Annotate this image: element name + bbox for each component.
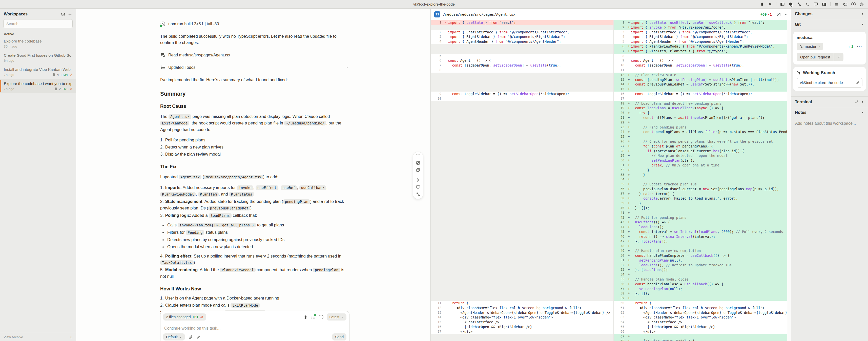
diff-row: 12 <div className="flex flex-col h-scree… <box>431 306 787 310</box>
inline-code: PlanStatus <box>229 192 254 196</box>
gear-icon[interactable] <box>859 2 864 7</box>
diff-context-line: 5import { AgentHeader } from "@/componen… <box>614 39 787 44</box>
inline-code: loadPlans <box>209 213 231 218</box>
diff-context-line: 3import { RightSidebar } from "@/compone… <box>431 34 614 39</box>
pen-icon[interactable] <box>196 335 200 339</box>
diff-row: 40+ }, []); <box>431 206 787 211</box>
diff-context-line: 17 </div> <box>431 329 614 334</box>
help-icon[interactable]: ? <box>851 2 856 6</box>
inline-code: invoke<PlanItem[]>('get_all_plans') <box>178 223 256 227</box>
file-icon <box>54 87 58 91</box>
spark-icon[interactable] <box>303 315 308 319</box>
diff-row: 19+ const loadPlans = useCallback(async … <box>431 106 787 111</box>
diff-removed-line: 1-import { useState } from "react"; <box>431 20 614 25</box>
send-button[interactable]: Send <box>332 333 346 340</box>
diff-added-line: 12+ // Plan review state <box>614 72 787 78</box>
diff-added-line: 13+ const [pendingPlan, setPendingPlan] … <box>614 78 787 82</box>
workspace-title: Explore the codebase <box>4 39 72 43</box>
panel-left-icon[interactable] <box>780 2 785 7</box>
contrast-icon[interactable] <box>788 2 793 7</box>
diff-row: 21+ const allPlans = await invoke<PlanIt… <box>431 115 787 120</box>
copy-icon[interactable] <box>416 168 420 172</box>
stack-icon[interactable] <box>61 12 65 17</box>
play-icon[interactable] <box>416 178 421 182</box>
inline-code: Agent.tsx <box>179 175 202 179</box>
section-git[interactable]: Git <box>791 19 868 30</box>
inline-code: pendingPlan <box>283 199 310 204</box>
diff-gap <box>431 101 614 106</box>
workspace-item[interactable]: Explore the codebase35m ago <box>0 36 76 51</box>
workspace-item[interactable]: Explore the codebase I want you to exp7h… <box>0 79 76 93</box>
tool-call-row[interactable]: Read medusa/src/pages/Agent.tsx <box>160 52 349 58</box>
view-archive-link[interactable]: View Archive <box>4 335 23 339</box>
workspace-item[interactable]: Create Good First Issues on Github So p6… <box>0 51 76 65</box>
megaphone-icon[interactable] <box>843 2 847 7</box>
chevron-down-icon[interactable] <box>346 65 349 69</box>
pause-icon[interactable] <box>760 2 764 6</box>
terminal-icon[interactable] <box>805 2 810 7</box>
diff-view-icon[interactable] <box>416 161 420 165</box>
active-indicator <box>0 80 1 92</box>
list-item: 3.Polling logic: Added a loadPlans callb… <box>160 212 349 219</box>
diff-added-line: 57+ setPendingPlan(null); <box>614 287 787 291</box>
heading: Root Cause <box>160 103 349 109</box>
diff-context-line: 6const Agent = () => { <box>431 58 614 63</box>
open-pull-request-button[interactable]: Open pull request <box>797 53 834 61</box>
git-branch-icon[interactable] <box>797 2 801 7</box>
chat-messages: npm run build 2>&1 | tail -80The build c… <box>160 9 349 341</box>
version-dropdown[interactable]: Latest <box>327 313 347 320</box>
section-notes[interactable]: Notes <box>791 107 868 118</box>
git-branch-icon[interactable] <box>416 192 420 196</box>
search-input[interactable] <box>3 19 73 28</box>
split-view-icon[interactable] <box>776 12 781 17</box>
chevron-down-icon[interactable] <box>784 13 787 16</box>
diff-row: 14+ const previousPlanIdsRef = useRef<Se… <box>431 82 787 87</box>
diff-scrollbar[interactable] <box>787 20 791 341</box>
drag-handle[interactable] <box>416 154 420 155</box>
message-input[interactable] <box>164 326 342 331</box>
notes-placeholder[interactable]: Add notes about this workspace... <box>791 118 868 129</box>
panel-right-icon[interactable] <box>822 2 827 7</box>
workspace-item[interactable]: Install and integrate Vibe Kanban Web (7… <box>0 65 76 79</box>
diff-added-line: 2+import { invoke } from "@tauri-apps/ap… <box>614 25 787 30</box>
list-item: 5.Modal rendering: Added the PlanReviewM… <box>160 267 349 280</box>
monitor-icon[interactable] <box>416 185 420 189</box>
diff-added-line: 15+ <box>614 87 787 92</box>
diff-gap <box>431 206 614 211</box>
archive-count: 0 <box>70 335 72 339</box>
diff-row: 37+ } catch (error) { <box>431 191 787 196</box>
menu-icon[interactable] <box>834 2 839 7</box>
branch-dropdown[interactable]: master <box>797 43 823 50</box>
diff-added-line: 59+ <box>614 296 787 301</box>
message-paragraph: The Agent.tsx page was missing all plan … <box>160 113 349 133</box>
diff-gap <box>431 149 614 154</box>
monitor-icon[interactable] <box>814 2 818 7</box>
tool-call-row[interactable]: Updated Todos <box>160 64 349 70</box>
diff-gap <box>431 282 614 287</box>
pr-options-caret[interactable] <box>834 53 843 61</box>
expand-icon[interactable] <box>855 100 859 104</box>
diff-gap <box>431 287 614 291</box>
diff-row: 13 <AgentHeader sidebarOpen={sidebarOpen… <box>431 310 787 315</box>
tool-call-row[interactable]: npm run build 2>&1 | tail -80 <box>160 21 349 27</box>
collapse-up-icon[interactable] <box>768 2 772 7</box>
edit-pencil-icon[interactable] <box>856 81 860 85</box>
inline-code: invoke <box>237 185 253 190</box>
paperclip-icon[interactable] <box>188 335 193 339</box>
diff-file-path: /medusa/medusa/src/pages/Agent.tsx <box>443 12 758 17</box>
more-menu[interactable]: ··· <box>857 44 862 49</box>
model-dropdown[interactable]: Default <box>163 333 185 340</box>
git-branch-icon <box>799 44 803 48</box>
diff-row: 24+ const pendingPlans = allPlans.filter… <box>431 129 787 134</box>
section-terminal[interactable]: Terminal <box>791 97 868 107</box>
diff-gap <box>431 82 614 87</box>
plus-icon[interactable] <box>68 12 72 17</box>
files-changed-chip[interactable]: 2 files changed +61 -3 <box>163 313 206 320</box>
section-changes[interactable]: Changes <box>791 9 868 19</box>
diff-row: 16 {sidebarOpen && <RightSidebar />}65 {… <box>431 324 787 329</box>
inline-code: Pending <box>186 230 204 235</box>
diff-added-line: 47+ }, [loadPlans]); <box>614 239 787 244</box>
working-branch-input[interactable] <box>799 80 851 85</box>
todos-icon[interactable] <box>311 315 315 319</box>
diff-gap <box>431 163 614 168</box>
